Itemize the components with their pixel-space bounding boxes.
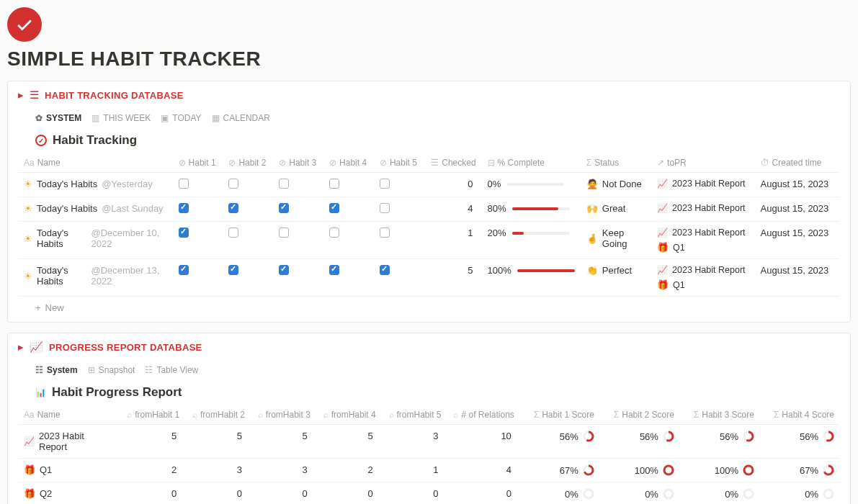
habit-4-checkbox[interactable] (329, 265, 339, 275)
row-name[interactable]: 📈2023 Habit Report (24, 431, 114, 452)
habit-3-checkbox[interactable] (279, 228, 289, 238)
col-name[interactable]: Name (37, 410, 61, 420)
tab-label: CALENDAR (223, 113, 270, 123)
relation-item[interactable]: 🎁Q1 (657, 279, 749, 290)
percent-text: 20% (488, 228, 506, 238)
row-name[interactable]: 🎁Q1 (24, 464, 114, 475)
habit-5-checkbox[interactable] (380, 228, 390, 238)
table-title-text: Habit Progress Report (52, 385, 182, 400)
col-habit2[interactable]: Habit 2 (238, 158, 266, 168)
col-score2[interactable]: Habit 2 Score (622, 410, 674, 420)
relation-item[interactable]: 📈2023 Habit Report (657, 203, 749, 213)
col-complete[interactable]: % Complete (498, 158, 545, 168)
habit-1-checkbox[interactable] (179, 179, 189, 189)
habit-3-checkbox[interactable] (279, 179, 289, 189)
check-icon: ⊘ (179, 158, 186, 168)
col-fromhabit3[interactable]: fromHabit 3 (266, 410, 310, 420)
percent-complete: 80% (488, 203, 575, 214)
col-status[interactable]: Status (594, 158, 619, 168)
table-row[interactable]: ☀Today's Habits @December 10, 2022120%🤞K… (18, 222, 840, 259)
habit-table-title[interactable]: Habit Tracking (18, 130, 840, 153)
row-name[interactable]: ☀Today's Habits @Last Sunday (24, 203, 167, 214)
section-header-habit[interactable]: ▸ ☰ HABIT TRACKING DATABASE (18, 89, 840, 102)
rollup-icon: ⌕ (127, 410, 132, 420)
tab-label: System (47, 365, 78, 375)
row-name[interactable]: ☀Today's Habits @Yesterday (24, 179, 167, 189)
col-fromhabit5[interactable]: fromHabit 5 (397, 410, 442, 420)
habit-5-checkbox[interactable] (380, 203, 390, 213)
progress-panel: ▸ 📈 PROGRESS REPORT DATABASE ☷System ⊞Sn… (7, 333, 851, 504)
table-row[interactable]: 📈2023 Habit Report555531056%56%56%56% (18, 425, 840, 459)
formula-icon: Σ (614, 410, 619, 420)
status-text: Great (602, 203, 626, 214)
col-created[interactable]: Created time (772, 158, 822, 168)
progress-bar (517, 269, 575, 272)
formula-icon: Σ (774, 410, 779, 420)
relation-item[interactable]: 📈2023 Habit Report (657, 228, 749, 238)
col-habit5[interactable]: Habit 5 (390, 158, 417, 168)
habit-1-checkbox[interactable] (179, 203, 189, 213)
list-icon: ☰ (30, 89, 39, 102)
progress-table-header: AaName ⌕fromHabit 1 ⌕fromHabit 2 ⌕fromHa… (18, 405, 840, 425)
col-name[interactable]: Name (37, 158, 61, 168)
tab-table-view[interactable]: ☷Table View (145, 365, 198, 375)
col-score4[interactable]: Habit 4 Score (782, 410, 834, 420)
habit-new-row[interactable]: +New (18, 297, 840, 315)
table-row[interactable]: 🎁Q123321467%100%100%67% (18, 459, 840, 482)
col-fromhabit1[interactable]: fromHabit 1 (135, 410, 179, 420)
chart-icon: 📈 (657, 228, 668, 238)
habit-2-checkbox[interactable] (228, 203, 238, 213)
col-habit4[interactable]: Habit 4 (339, 158, 367, 168)
progress-table-title[interactable]: 📊 Habit Progress Report (18, 382, 840, 405)
habit-5-checkbox[interactable] (380, 179, 390, 189)
col-score3[interactable]: Habit 3 Score (702, 410, 754, 420)
habit-5-checkbox[interactable] (380, 265, 390, 275)
progress-bar (506, 183, 564, 186)
col-topr[interactable]: toPR (667, 158, 687, 168)
relation-item[interactable]: 📈2023 Habit Report (657, 265, 749, 275)
row-name[interactable]: ☀Today's Habits @December 10, 2022 (24, 228, 167, 249)
col-habit1[interactable]: Habit 1 (189, 158, 216, 168)
habit-2-checkbox[interactable] (228, 265, 238, 275)
clock-icon: ⏱ (761, 158, 769, 168)
col-relations[interactable]: # of Relations (461, 410, 514, 420)
score-text: 0% (645, 489, 658, 500)
habit-1-checkbox[interactable] (179, 265, 189, 275)
habit-2-checkbox[interactable] (228, 228, 238, 238)
tab-system[interactable]: ✿SYSTEM (35, 113, 81, 123)
table-row[interactable]: 🎁Q20000000%0%0%0% (18, 482, 840, 505)
relation-item[interactable]: 🎁Q1 (657, 242, 749, 253)
relation-label: Q1 (673, 280, 685, 290)
col-habit3[interactable]: Habit 3 (289, 158, 316, 168)
section-header-progress[interactable]: ▸ 📈 PROGRESS REPORT DATABASE (18, 341, 840, 354)
section-label: HABIT TRACKING DATABASE (45, 90, 184, 101)
habit-3-score: 100% (686, 464, 754, 476)
table-row[interactable]: ☀Today's Habits @December 13, 20225100%👏… (18, 259, 840, 297)
tab-snapshot[interactable]: ⊞Snapshot (88, 365, 135, 375)
table-row[interactable]: ☀Today's Habits @Last Sunday480%🙌Great📈2… (18, 197, 840, 222)
habit-4-score: 67% (766, 464, 834, 476)
row-name[interactable]: ☀Today's Habits @December 13, 2022 (24, 265, 167, 287)
habit-2-checkbox[interactable] (228, 179, 238, 189)
formula-icon: Σ (586, 158, 591, 168)
relation-item[interactable]: 📈2023 Habit Report (657, 179, 749, 189)
col-checked[interactable]: Checked (442, 158, 475, 168)
habit-4-checkbox[interactable] (329, 203, 339, 213)
habit-4-checkbox[interactable] (329, 228, 339, 238)
col-fromhabit4[interactable]: fromHabit 4 (331, 410, 376, 420)
habit-3-checkbox[interactable] (279, 203, 289, 213)
habit-3-checkbox[interactable] (279, 265, 289, 275)
score-text: 56% (640, 431, 658, 442)
tab-system[interactable]: ☷System (35, 365, 78, 375)
tab-today[interactable]: ▣TODAY (161, 113, 201, 123)
col-fromhabit2[interactable]: fromHabit 2 (200, 410, 245, 420)
row-name[interactable]: 🎁Q2 (24, 488, 114, 499)
table-row[interactable]: ☀Today's Habits @Yesterday00%🙅Not Done📈2… (18, 173, 840, 197)
tab-calendar[interactable]: ▦CALENDAR (212, 113, 270, 123)
habit-4-score: 56% (766, 431, 834, 442)
habit-1-checkbox[interactable] (179, 228, 189, 238)
habit-4-checkbox[interactable] (329, 179, 339, 189)
tab-this-week[interactable]: ▥THIS WEEK (91, 113, 151, 123)
tab-label: TODAY (172, 113, 201, 123)
col-score1[interactable]: Habit 1 Score (542, 410, 594, 420)
